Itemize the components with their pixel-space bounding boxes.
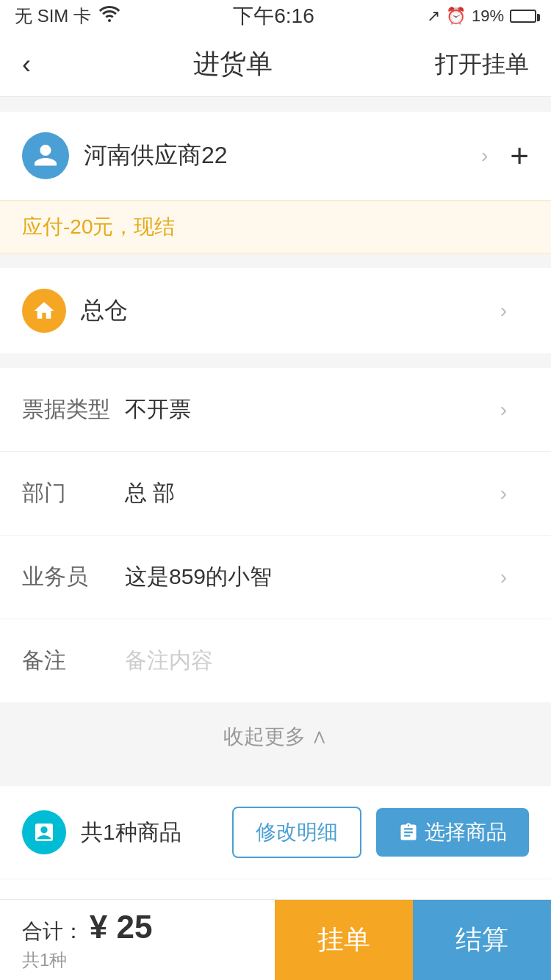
invoice-label: 票据类型 — [22, 394, 125, 425]
supplier-section: 河南供应商22 › + 应付-20元，现结 — [0, 112, 551, 253]
remark-row[interactable]: 备注 备注内容 — [0, 619, 551, 702]
salesman-value: 这是859的小智 — [125, 562, 500, 592]
products-header: 共1种商品 修改明细 选择商品 — [0, 786, 551, 879]
supplier-avatar — [22, 132, 69, 179]
status-left: 无 SIM 卡 — [15, 4, 120, 28]
salesman-row[interactable]: 业务员 这是859的小智 › — [0, 536, 551, 619]
page-title: 进货单 — [193, 46, 273, 82]
remark-value: 备注内容 — [125, 646, 529, 676]
warehouse-icon — [22, 289, 66, 333]
bottom-bar: 合计： ¥ 25 共1种 挂单 结算 — [0, 899, 551, 980]
warehouse-name: 总仓 — [81, 295, 500, 327]
total-count: 共1种 — [22, 948, 253, 972]
warehouse-section[interactable]: 总仓 › — [0, 268, 551, 353]
supplier-name: 河南供应商22 — [84, 140, 481, 172]
supplier-row[interactable]: 河南供应商22 › + — [0, 112, 551, 201]
total-row: 合计： ¥ 25 — [22, 909, 253, 945]
products-icon — [22, 810, 66, 854]
total-label: 合计： — [22, 920, 84, 943]
battery-label: 19% — [472, 7, 504, 26]
select-product-button[interactable]: 选择商品 — [376, 808, 529, 857]
back-button[interactable]: ‹ — [22, 49, 31, 80]
status-right: ↗ ⏰ 19% — [427, 7, 536, 26]
open-pending-button[interactable]: 打开挂单 — [435, 48, 529, 81]
location-icon: ↗ — [427, 7, 440, 26]
supplier-alert: 应付-20元，现结 — [0, 201, 551, 253]
nav-bar: ‹ 进货单 打开挂单 — [0, 32, 551, 97]
department-label: 部门 — [22, 478, 125, 508]
department-row[interactable]: 部门 总 部 › — [0, 452, 551, 536]
total-area: 合计： ¥ 25 共1种 — [0, 909, 275, 972]
supplier-chevron-icon: › — [481, 144, 488, 167]
alarm-icon: ⏰ — [446, 7, 466, 26]
carrier-label: 无 SIM 卡 — [15, 4, 91, 28]
wifi-icon — [98, 6, 120, 26]
content-area: 河南供应商22 › + 应付-20元，现结 总仓 › 票据类型 不开票 › 部门… — [0, 112, 551, 980]
warehouse-chevron-icon: › — [500, 299, 507, 323]
status-time: 下午6:16 — [233, 2, 314, 30]
battery-icon — [510, 10, 536, 23]
total-amount: ¥ 25 — [90, 909, 153, 945]
department-chevron-icon: › — [500, 482, 507, 505]
invoice-chevron-icon: › — [500, 398, 507, 422]
select-product-label: 选择商品 — [425, 818, 507, 846]
collapse-bar[interactable]: 收起更多 ∧ — [0, 702, 551, 771]
salesman-chevron-icon: › — [500, 566, 507, 589]
department-value: 总 部 — [125, 478, 500, 508]
invoice-value: 不开票 — [125, 394, 500, 425]
edit-details-button[interactable]: 修改明细 — [232, 807, 361, 858]
suspend-button[interactable]: 挂单 — [275, 900, 413, 981]
products-count: 共1种商品 — [81, 818, 232, 848]
form-section: 票据类型 不开票 › 部门 总 部 › 业务员 这是859的小智 › 备注 备注… — [0, 368, 551, 702]
add-supplier-button[interactable]: + — [510, 140, 529, 172]
invoice-row[interactable]: 票据类型 不开票 › — [0, 368, 551, 452]
salesman-label: 业务员 — [22, 562, 125, 592]
status-bar: 无 SIM 卡 下午6:16 ↗ ⏰ 19% — [0, 0, 551, 32]
checkout-button[interactable]: 结算 — [413, 900, 551, 981]
remark-label: 备注 — [22, 646, 125, 676]
